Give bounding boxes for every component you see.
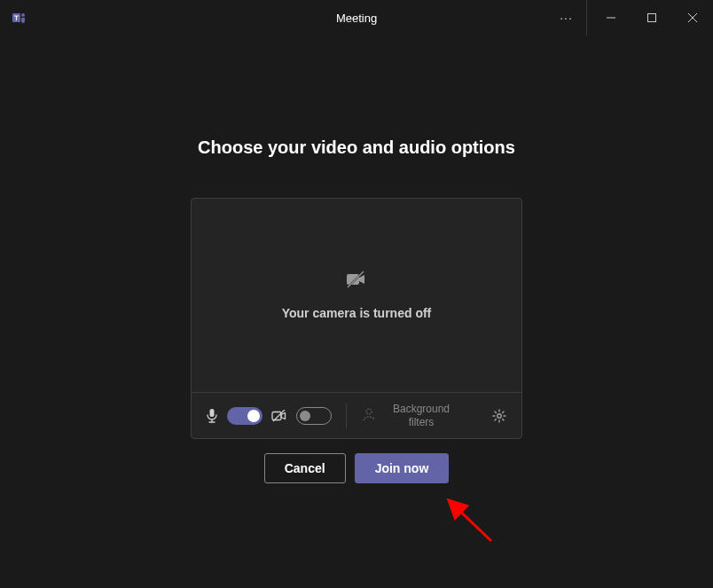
maximize-button[interactable]: [631, 0, 672, 35]
camera-off-icon: [345, 270, 368, 294]
microphone-toggle[interactable]: [227, 407, 262, 425]
minimize-button[interactable]: [591, 0, 631, 35]
video-audio-panel: Your camera is turned off Background fil…: [191, 198, 522, 439]
titlebar: Meeting ···: [0, 0, 713, 35]
page-heading: Choose your video and audio options: [198, 137, 515, 158]
microphone-icon[interactable]: [206, 408, 218, 424]
join-now-button[interactable]: Join now: [355, 453, 450, 483]
device-settings-button[interactable]: [491, 408, 507, 424]
window-title: Meeting: [336, 12, 377, 25]
action-buttons: Cancel Join now: [264, 453, 450, 483]
camera-off-label: Your camera is turned off: [282, 306, 432, 320]
background-filters-button[interactable]: Background filters: [361, 403, 482, 428]
cancel-label: Cancel: [285, 461, 325, 475]
divider: [346, 404, 347, 428]
device-controls: Background filters: [192, 392, 521, 438]
svg-point-13: [498, 413, 501, 417]
close-button[interactable]: [672, 0, 713, 35]
more-options-button[interactable]: ···: [546, 0, 587, 35]
join-label: Join now: [375, 461, 429, 475]
camera-toggle[interactable]: [296, 407, 332, 425]
svg-rect-3: [648, 14, 656, 22]
teams-app-icon: [11, 9, 28, 27]
toggle-knob: [300, 411, 310, 421]
svg-point-1: [21, 13, 25, 17]
toggle-knob: [247, 410, 260, 422]
svg-point-12: [366, 409, 372, 414]
person-blur-icon: [361, 406, 377, 425]
svg-line-14: [451, 502, 491, 541]
background-filters-label: Background filters: [386, 403, 457, 428]
camera-preview: Your camera is turned off: [192, 199, 521, 392]
svg-rect-10: [272, 412, 281, 419]
main-content: Choose your video and audio options Your…: [0, 35, 713, 483]
annotation-arrow: [438, 495, 500, 548]
cancel-button[interactable]: Cancel: [264, 453, 346, 483]
svg-rect-9: [210, 409, 215, 417]
camera-icon[interactable]: [271, 410, 287, 422]
